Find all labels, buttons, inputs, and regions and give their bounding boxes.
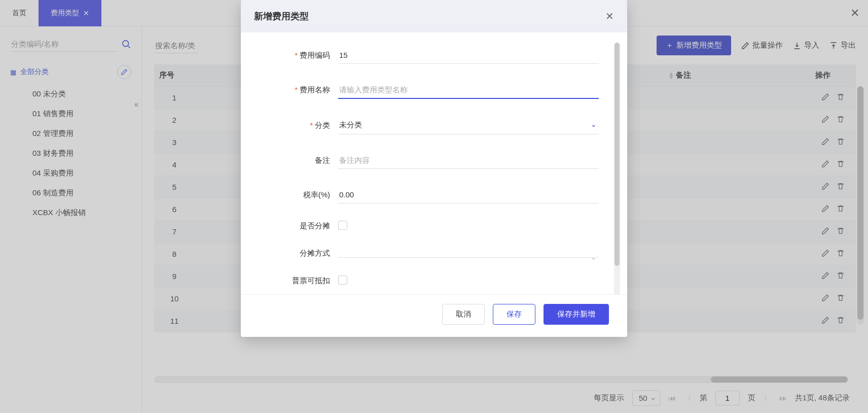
label-code: 费用编码 <box>300 51 330 59</box>
modal-title: 新增费用类型 <box>254 10 309 22</box>
label-rate: 税率(%) <box>303 190 330 199</box>
label-deduct: 普票可抵扣 <box>292 276 330 285</box>
cancel-button[interactable]: 取消 <box>442 304 485 325</box>
modal-overlay: 新增费用类型 ✕ *费用编码 *费用名称 *分类 未分类 ⌄ <box>0 0 868 413</box>
modal-footer: 取消 保存 保存并新增 <box>241 294 627 337</box>
save-and-new-button[interactable]: 保存并新增 <box>544 304 609 325</box>
checkbox-deduct[interactable] <box>338 276 347 285</box>
label-category: 分类 <box>315 121 330 129</box>
checkbox-split[interactable] <box>338 221 347 230</box>
input-code[interactable] <box>338 47 599 64</box>
save-button[interactable]: 保存 <box>493 304 535 325</box>
input-remark[interactable] <box>338 152 599 169</box>
chevron-down-icon: ⌄ <box>591 253 597 261</box>
add-expense-modal: 新增费用类型 ✕ *费用编码 *费用名称 *分类 未分类 ⌄ <box>241 0 627 337</box>
select-method[interactable]: ⌄ <box>338 249 599 258</box>
modal-close-button[interactable]: ✕ <box>605 10 614 22</box>
label-name: 费用名称 <box>300 85 330 94</box>
modal-header: 新增费用类型 ✕ <box>241 0 627 32</box>
label-remark: 备注 <box>315 156 330 164</box>
input-name[interactable] <box>338 81 599 99</box>
label-split: 是否分摊 <box>300 221 330 230</box>
select-category[interactable]: 未分类 ⌄ <box>338 116 599 134</box>
input-rate[interactable] <box>338 186 599 203</box>
modal-body: *费用编码 *费用名称 *分类 未分类 ⌄ 备注 <box>241 32 627 294</box>
chevron-down-icon: ⌄ <box>591 120 597 128</box>
label-method: 分摊方式 <box>300 249 330 257</box>
modal-scrollbar[interactable] <box>614 43 620 294</box>
